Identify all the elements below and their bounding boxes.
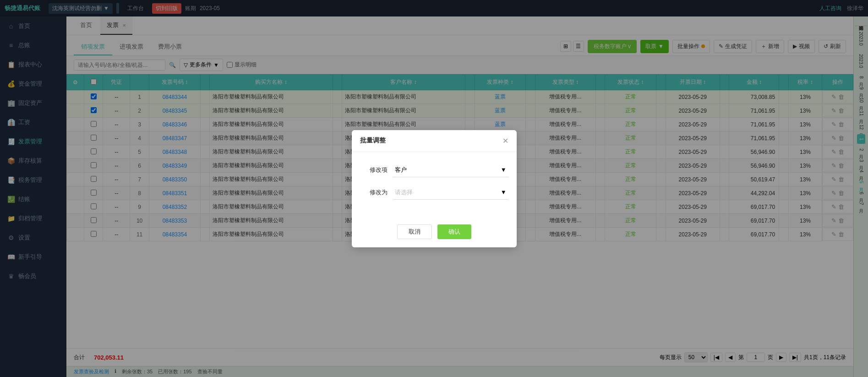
- batch-adjust-modal: 批量调整 ✕ 修改项 客户 ▼ 修改为 请选择 ▼ 取消 确认: [352, 130, 517, 247]
- modal-close-button[interactable]: ✕: [502, 137, 508, 145]
- modal-header: 批量调整 ✕: [352, 130, 517, 152]
- modal-footer: 取消 确认: [352, 219, 517, 247]
- change-label: 修改为: [360, 188, 388, 197]
- modal-title: 批量调整: [360, 137, 386, 145]
- field-label: 修改项: [360, 166, 388, 174]
- modal-overlay: 批量调整 ✕ 修改项 客户 ▼ 修改为 请选择 ▼ 取消 确认: [0, 0, 868, 377]
- change-placeholder: 请选择: [395, 188, 413, 197]
- field-value: 客户: [395, 166, 407, 174]
- modal-confirm-button[interactable]: 确认: [437, 224, 471, 239]
- modal-body: 修改项 客户 ▼ 修改为 请选择 ▼: [352, 152, 517, 219]
- change-dropdown-icon: ▼: [501, 189, 507, 196]
- field-dropdown-icon: ▼: [501, 166, 507, 173]
- form-row-change: 修改为 请选择 ▼: [360, 186, 508, 200]
- modal-cancel-button[interactable]: 取消: [397, 224, 432, 239]
- form-row-field: 修改项 客户 ▼: [360, 163, 508, 177]
- change-select[interactable]: 请选择 ▼: [393, 186, 508, 200]
- field-select[interactable]: 客户 ▼: [393, 163, 508, 177]
